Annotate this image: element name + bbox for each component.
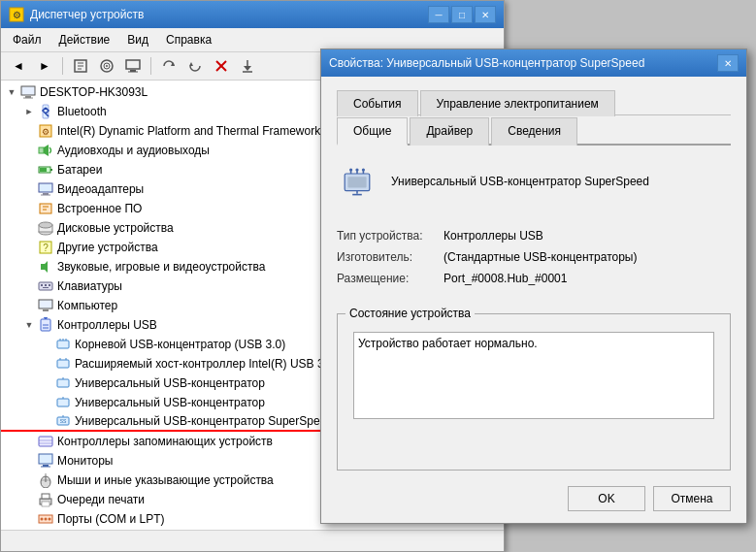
- svg-rect-29: [40, 168, 47, 172]
- props-value-mfr: (Стандартные USB-концентраторы): [444, 250, 637, 264]
- props-row-location: Размещение: Port_#0008.Hub_#0001: [337, 272, 731, 285]
- props-label-type: Тип устройства:: [337, 229, 444, 243]
- tab-row-top: События Управление электропитанием: [337, 88, 731, 115]
- props-label-mfr: Изготовитель:: [337, 250, 444, 264]
- expand-bluetooth-icon: ►: [22, 105, 36, 118]
- tree-root-label: DESKTOP-HK3093L: [40, 85, 148, 99]
- tab-general-content: Универсальный USB-концентратор SuperSpee…: [337, 146, 731, 471]
- tab-row-bottom: Общие Драйвер Сведения: [337, 115, 731, 146]
- uninstall-button[interactable]: [210, 55, 233, 77]
- device-header: Универсальный USB-концентратор SuperSpee…: [337, 161, 731, 213]
- tree-usb-ext-label: Расширяемый хост-контроллер Intel(R) USB…: [75, 357, 344, 371]
- tree-firmware-label: Встроенное ПО: [57, 202, 142, 215]
- no-expand-icon3: [22, 163, 36, 177]
- svg-point-84: [49, 518, 51, 521]
- tree-audio-label: Аудиовходы и аудиовыходы: [57, 144, 210, 157]
- no-expand-icon2: [22, 144, 36, 157]
- dialog-title: Свойства: Универсальный USB-концентратор…: [329, 56, 644, 70]
- svg-rect-19: [21, 86, 35, 95]
- no-expand-icon: [22, 124, 36, 138]
- svg-point-103: [355, 168, 358, 171]
- svg-rect-79: [42, 494, 49, 499]
- display-icon: [38, 181, 53, 197]
- bluetooth-icon: [38, 104, 53, 119]
- scan-button[interactable]: [95, 55, 118, 77]
- status-bar: [1, 530, 504, 551]
- download-button[interactable]: [236, 55, 259, 77]
- no-expand-computer: [22, 299, 36, 312]
- dialog-close-button[interactable]: ✕: [717, 54, 739, 72]
- maximize-button[interactable]: □: [451, 6, 473, 23]
- update-button[interactable]: [157, 55, 181, 77]
- no-expand-keyboard: [22, 279, 36, 293]
- tree-usb-superspeed-label: Универсальный USB-концентратор SuperSpee…: [75, 414, 333, 428]
- usb-hub-icon1: [55, 337, 71, 352]
- tab-details[interactable]: Сведения: [491, 117, 577, 146]
- device-large-icon: [337, 161, 378, 202]
- svg-text:?: ?: [43, 243, 49, 253]
- tree-keyboard-label: Клавиатуры: [57, 279, 122, 293]
- usb-hub-superspeed-icon: SS: [55, 413, 71, 429]
- device-name-display: Универсальный USB-концентратор SuperSpee…: [391, 175, 649, 188]
- close-button[interactable]: ✕: [475, 6, 496, 23]
- properties-table: Тип устройства: Контроллеры USB Изготови…: [337, 229, 731, 293]
- back-button[interactable]: ◄: [7, 55, 30, 77]
- svg-rect-9: [126, 60, 140, 69]
- svg-rect-68: [39, 437, 52, 446]
- svg-rect-80: [42, 502, 49, 506]
- printer-icon1: [38, 492, 53, 507]
- unknown-icon: ?: [38, 240, 53, 255]
- toolbar-separator-2: [150, 57, 151, 75]
- app-icon: ⚙: [9, 7, 24, 22]
- properties-button[interactable]: [69, 55, 92, 77]
- cancel-button[interactable]: Отмена: [653, 486, 731, 511]
- tab-events[interactable]: События: [337, 90, 418, 116]
- props-label-loc: Размещение:: [337, 272, 444, 285]
- title-bar-controls: ─ □ ✕: [428, 6, 496, 23]
- dialog-body: События Управление электропитанием Общие…: [321, 77, 746, 478]
- svg-rect-46: [43, 287, 49, 288]
- menu-help[interactable]: Справка: [158, 30, 219, 49]
- no-expand-superspeed: [40, 414, 53, 428]
- svg-point-38: [39, 222, 52, 228]
- menu-action[interactable]: Действие: [51, 30, 118, 49]
- no-expand-usb-root: [40, 338, 53, 351]
- tab-general[interactable]: Общие: [337, 117, 408, 146]
- usb-hub-icon2: [55, 356, 71, 372]
- svg-rect-28: [50, 169, 52, 171]
- menu-view[interactable]: Вид: [119, 30, 156, 49]
- no-expand-storage: [22, 435, 36, 448]
- tab-power[interactable]: Управление электропитанием: [420, 90, 615, 116]
- props-row-type: Тип устройства: Контроллеры USB: [337, 229, 731, 243]
- no-expand-other: [22, 241, 36, 254]
- status-textarea[interactable]: [353, 332, 714, 419]
- ok-button[interactable]: OK: [568, 486, 645, 511]
- system-icon: ⚙: [38, 123, 53, 139]
- svg-marker-13: [189, 62, 193, 66]
- svg-rect-30: [39, 183, 52, 192]
- mouse-icon: [38, 472, 53, 488]
- no-expand-ports: [22, 512, 36, 526]
- svg-rect-45: [49, 284, 50, 286]
- minimize-button[interactable]: ─: [428, 6, 449, 23]
- tree-disks-label: Дисковые устройства: [57, 221, 174, 235]
- menu-file[interactable]: Файл: [5, 30, 49, 49]
- tree-monitors-label: Мониторы: [57, 454, 113, 468]
- usb-hub-icon3: [55, 375, 71, 391]
- svg-rect-48: [43, 309, 49, 311]
- status-fieldset: Состояние устройства: [337, 307, 731, 471]
- svg-rect-54: [57, 341, 69, 348]
- tree-usb-root-label: Корневой USB-концентратор (USB 3.0): [75, 338, 285, 351]
- no-expand-sound: [22, 260, 36, 274]
- tree-other-label: Другие устройства: [57, 241, 158, 254]
- svg-rect-33: [40, 204, 51, 213]
- tree-storage-label: Контроллеры запоминающих устройств: [57, 435, 273, 448]
- disk-icon: [38, 220, 53, 236]
- storage-icon: [38, 434, 53, 449]
- forward-button[interactable]: ►: [33, 55, 56, 77]
- svg-text:⚙: ⚙: [13, 10, 21, 20]
- rollback-button[interactable]: [183, 55, 207, 77]
- computer-button[interactable]: [121, 55, 145, 77]
- audio-icon: [38, 143, 53, 158]
- tab-driver[interactable]: Драйвер: [410, 117, 489, 146]
